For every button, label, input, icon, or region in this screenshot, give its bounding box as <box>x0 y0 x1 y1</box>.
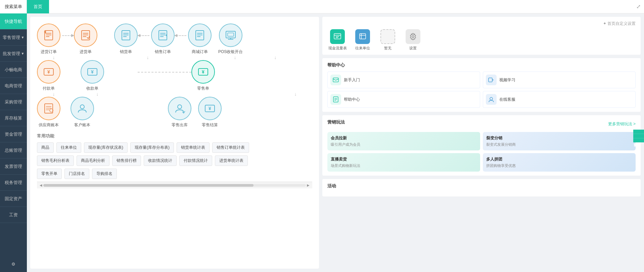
sidebar-item-ledger[interactable]: 总账管理 <box>0 142 27 158</box>
svg-marker-50 <box>492 79 494 81</box>
func-btn-partners[interactable]: 往来单位 <box>56 142 81 153</box>
sidebar-gear-button[interactable]: ⚙ <box>0 256 27 272</box>
marketing-item-member[interactable]: 会员拉新 吸引用户成为会员 <box>327 132 480 150</box>
activity-section: 活动 <box>322 179 641 196</box>
settings-icon <box>406 29 420 44</box>
node-payment[interactable]: ¥ 付款单 <box>37 60 60 91</box>
supplier-account-label: 供应商账本 <box>39 122 59 128</box>
help-item-video[interactable]: 视频学习 <box>483 72 636 88</box>
node-supplier-account[interactable]: 供应商账本 <box>37 97 60 128</box>
marketing-item-group[interactable]: 多人拼团 拼团购物享受优惠 <box>483 153 636 172</box>
sidebar-item-purchase-mgmt[interactable]: 采购管理 <box>0 94 27 110</box>
arrow-2: ◀ <box>138 35 151 36</box>
marketing-item-fission[interactable]: 裂变分销 裂变式发展分销商 <box>483 132 636 150</box>
func-btn-sales-stats[interactable]: 销货单统计表 <box>177 142 210 153</box>
func-btn-sales-profit[interactable]: 销售毛利分析表 <box>37 155 74 166</box>
search-menu-button[interactable]: 搜索菜单 <box>0 0 27 13</box>
node-purchase-bill[interactable]: 进货单 <box>74 24 97 55</box>
pos-cashier-icon <box>225 29 237 41</box>
expand-icon[interactable]: ⤢ <box>636 3 641 10</box>
node-sales-bill[interactable]: 销货单 <box>114 24 138 55</box>
sidebar-item-tax[interactable]: 税务管理 <box>0 175 27 191</box>
marketing-more-link[interactable]: 更多营销玩法 > <box>608 121 636 127</box>
supplier-account-icon <box>43 102 55 115</box>
svg-point-55 <box>490 97 493 100</box>
scroll-right-arrow[interactable]: ▶ <box>306 183 311 187</box>
sales-order-circle <box>151 24 175 47</box>
node-retail-outbound[interactable]: 零售出库 <box>168 97 191 128</box>
help-center-title: 帮助中心 <box>327 62 636 68</box>
node-mall-order[interactable]: 商城订单 <box>188 24 212 55</box>
sidebar-item-wholesale-mgmt[interactable]: 批发管理 ▼ <box>0 46 27 62</box>
func-btn-guide-rank[interactable]: 导购排名 <box>92 169 117 179</box>
float-btn-desktop[interactable]: 桌面快捷 <box>633 138 644 142</box>
cashflow-svg <box>333 33 341 41</box>
receipt-label: 收款单 <box>81 86 104 91</box>
sidebar-item-fixed-assets[interactable]: 固定资产 <box>0 191 27 207</box>
sidebar: 快捷导航 零售管理 ▼ 批发管理 ▼ 小畅电商 电商管理 采购管理 库存核算 资… <box>0 13 27 272</box>
chevron-icon: ▼ <box>21 52 25 55</box>
func-btn-payment-stats[interactable]: 付款情况统计 <box>179 155 212 166</box>
svg-rect-31 <box>45 104 53 113</box>
sidebar-item-retail-mgmt[interactable]: 零售管理 ▼ <box>0 30 27 46</box>
func-btn-goods-profit[interactable]: 商品毛利分析 <box>77 155 109 166</box>
help-item-service[interactable]: 在线客服 <box>483 91 636 108</box>
shortcut-settings[interactable]: 设置 <box>403 29 423 51</box>
purchase-order-circle <box>37 24 60 47</box>
payment-circle: ¥ <box>37 60 60 84</box>
chevron-icon: ▼ <box>21 36 25 39</box>
scroll-left-arrow[interactable]: ◀ <box>39 183 43 187</box>
func-btn-goods[interactable]: 商品 <box>37 142 54 153</box>
help-item-help[interactable]: 帮助中心 <box>327 91 480 108</box>
sidebar-item-xiaochangec[interactable]: 小畅电商 <box>0 62 27 78</box>
sidebar-item-ecom-mgmt[interactable]: 电商管理 <box>0 78 27 94</box>
sidebar-item-salary[interactable]: 工资 <box>0 207 27 223</box>
sidebar-item-inventory[interactable]: 库存核算 <box>0 110 27 126</box>
node-pos-cashier[interactable]: POS收银开台 <box>218 24 243 55</box>
func-btn-sales-order-stats[interactable]: 销售订单统计表 <box>212 142 249 153</box>
arrow-3: ◀ <box>175 35 188 36</box>
node-customer-account[interactable]: 客户账本 <box>81 97 94 128</box>
shortcut-cashflow[interactable]: 现金流量表 <box>327 29 348 51</box>
retail-checkout-label: 零售结算 <box>202 122 218 128</box>
help-center-section: 帮助中心 新手入门 <box>322 58 641 112</box>
cashflow-label: 现金流量表 <box>328 46 347 51</box>
node-sales-order[interactable]: 销售订单 <box>151 24 175 55</box>
node-receipt[interactable]: ¥ 收款单 <box>81 60 114 91</box>
customize-button[interactable]: ✦ 首页自定义设置 <box>603 21 636 27</box>
sales-order-label: 销售订单 <box>155 49 171 55</box>
float-btn-customer-service[interactable]: 客服热线 <box>633 130 644 134</box>
sidebar-item-finance[interactable]: 资金管理 <box>0 126 27 142</box>
func-btn-receipt-stats[interactable]: 收款情况统计 <box>144 155 177 166</box>
func-btn-sales-rank[interactable]: 销售排行榜 <box>112 155 141 166</box>
func-btn-store-rank[interactable]: 门店排名 <box>64 169 89 179</box>
beginner-icon <box>330 75 341 85</box>
svg-text:¥: ¥ <box>202 69 204 75</box>
fission-sub: 裂变式发展分销商 <box>486 142 632 147</box>
node-retail-bill[interactable]: ¥ 零售单 <box>191 60 215 91</box>
main-layout: 快捷导航 零售管理 ▼ 批发管理 ▼ 小畅电商 电商管理 采购管理 库存核算 资… <box>0 13 644 272</box>
none-icon <box>380 29 395 44</box>
func-btn-retail-order[interactable]: 零售开单 <box>37 169 62 179</box>
purchase-order-icon <box>43 29 55 41</box>
units-svg <box>359 33 367 41</box>
help-icon-inner <box>330 94 341 105</box>
sidebar-item-invoice[interactable]: 发票管理 <box>0 158 27 175</box>
supplier-account-circle <box>37 97 60 120</box>
func-btn-inventory-dist[interactable]: 现存量(库存分布表) <box>130 142 174 153</box>
sidebar-item-quick-nav[interactable]: 快捷导航 <box>0 13 27 30</box>
help-item-beginner[interactable]: 新手入门 <box>327 72 480 88</box>
shortcut-units[interactable]: 往来单位 <box>353 29 373 51</box>
top-bar: 搜索菜单 首页 ⤢ <box>0 0 644 13</box>
retail-outbound-circle <box>168 97 191 120</box>
node-retail-checkout[interactable]: ¥ 零售结算 <box>198 97 222 128</box>
func-btn-purchase-stats[interactable]: 进货单统计表 <box>215 155 248 166</box>
marketing-item-livestream[interactable]: 直播卖货 场景式购物新玩法 <box>327 153 480 172</box>
node-purchase-order[interactable]: 进货订单 <box>37 24 60 55</box>
func-btn-inventory-status[interactable]: 现存量(库存状况表) <box>84 142 128 153</box>
home-tab[interactable]: 首页 <box>27 0 49 13</box>
scroll-track[interactable] <box>43 184 306 187</box>
service-svg <box>488 96 494 102</box>
content-area: 进货订单 ▶ <box>27 13 644 272</box>
float-btn-community[interactable]: 服务社区 <box>633 134 644 138</box>
